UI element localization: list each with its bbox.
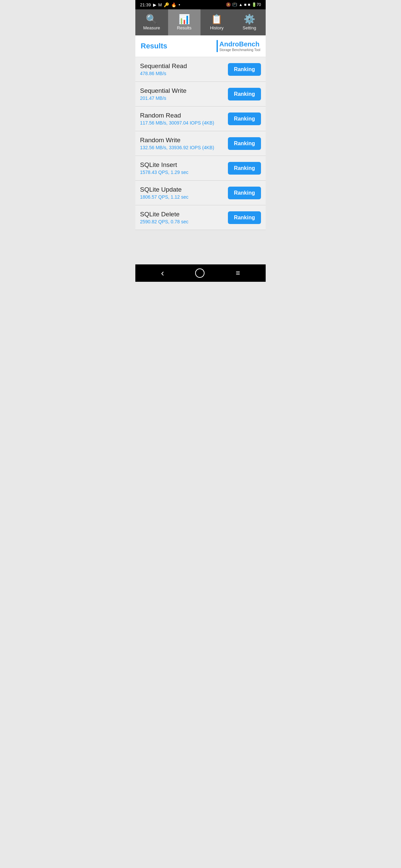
result-name-sequential-write: Sequential Write	[140, 87, 228, 94]
wifi-icon: ▲	[238, 2, 242, 7]
menu-icon: ≡	[236, 269, 240, 277]
tab-results-label: Results	[177, 25, 192, 30]
result-item-sqlite-insert: SQLite Insert 1578.43 QPS, 1.29 sec Rank…	[135, 156, 266, 181]
results-header: Results AndroBench Storage Benchmarking …	[135, 35, 266, 57]
ranking-btn-random-read[interactable]: Ranking	[228, 113, 261, 125]
androbench-logo: AndroBench Storage Benchmarking Tool	[217, 40, 260, 52]
tab-measure[interactable]: 🔍 Measure	[135, 9, 168, 35]
fire-icon: 🔥	[171, 2, 176, 7]
vibrate-icon: 📳	[232, 2, 237, 7]
status-left: 21:39 ▶ M 🔑 🔥 •	[140, 2, 180, 7]
menu-button[interactable]: ≡	[233, 266, 242, 280]
result-info-random-write: Random Write 132.56 MB/s, 33936.92 IOPS …	[140, 136, 228, 150]
results-icon: 📊	[178, 15, 190, 24]
result-item-random-read: Random Read 117.56 MB/s, 30097.04 IOPS (…	[135, 106, 266, 131]
result-value-random-write: 132.56 MB/s, 33936.92 IOPS (4KB)	[140, 145, 228, 150]
status-time: 21:39	[140, 2, 151, 7]
result-item-sequential-read: Sequential Read 478.86 MB/s Ranking	[135, 57, 266, 82]
tab-history[interactable]: 📋 History	[200, 9, 233, 35]
result-value-sqlite-update: 1806.57 QPS, 1.12 sec	[140, 194, 228, 199]
status-bar: 21:39 ▶ M 🔑 🔥 • 🔕 📳 ▲ ■ ■ 🔋70	[135, 0, 266, 9]
result-name-sqlite-update: SQLite Update	[140, 186, 228, 193]
ranking-btn-sqlite-update[interactable]: Ranking	[228, 187, 261, 199]
ranking-btn-random-write[interactable]: Ranking	[228, 137, 261, 150]
result-value-sequential-read: 478.86 MB/s	[140, 71, 228, 76]
result-info-sequential-write: Sequential Write 201.47 MB/s	[140, 87, 228, 101]
tab-history-label: History	[210, 25, 224, 30]
results-list: Sequential Read 478.86 MB/s Ranking Sequ…	[135, 57, 266, 247]
back-icon: ‹	[161, 268, 164, 278]
ranking-btn-sequential-read[interactable]: Ranking	[228, 63, 261, 76]
tab-results[interactable]: 📊 Results	[168, 9, 201, 35]
result-value-sqlite-delete: 2590.82 QPS, 0.78 sec	[140, 219, 228, 224]
key-icon: 🔑	[164, 2, 169, 7]
result-name-sqlite-insert: SQLite Insert	[140, 161, 228, 168]
tab-setting[interactable]: ⚙️ Setting	[233, 9, 266, 35]
ranking-btn-sqlite-delete[interactable]: Ranking	[228, 211, 261, 224]
setting-icon: ⚙️	[244, 15, 255, 24]
back-button[interactable]: ‹	[159, 265, 167, 281]
ranking-btn-sequential-write[interactable]: Ranking	[228, 88, 261, 100]
youtube-icon: ▶	[153, 2, 156, 7]
home-icon	[195, 269, 204, 278]
logo-text: AndroBench Storage Benchmarking Tool	[219, 40, 260, 52]
result-item-sequential-write: Sequential Write 201.47 MB/s Ranking	[135, 82, 266, 106]
battery-icon: 🔋70	[252, 2, 261, 7]
home-button[interactable]	[193, 266, 207, 280]
bottom-nav: ‹ ≡	[135, 265, 266, 282]
mute-icon: 🔕	[226, 2, 231, 7]
result-info-sqlite-insert: SQLite Insert 1578.43 QPS, 1.29 sec	[140, 161, 228, 175]
signal2-icon: ■	[248, 2, 250, 7]
tab-measure-label: Measure	[143, 25, 160, 30]
logo-bench: Bench	[239, 40, 259, 48]
dot-icon: •	[178, 2, 180, 7]
status-right: 🔕 📳 ▲ ■ ■ 🔋70	[226, 2, 261, 7]
result-info-sqlite-update: SQLite Update 1806.57 QPS, 1.12 sec	[140, 186, 228, 199]
history-icon: 📋	[211, 15, 223, 24]
measure-icon: 🔍	[146, 15, 157, 24]
ranking-btn-sqlite-insert[interactable]: Ranking	[228, 162, 261, 175]
result-item-random-write: Random Write 132.56 MB/s, 33936.92 IOPS …	[135, 131, 266, 156]
result-item-sqlite-delete: SQLite Delete 2590.82 QPS, 0.78 sec Rank…	[135, 205, 266, 230]
result-value-random-read: 117.56 MB/s, 30097.04 IOPS (4KB)	[140, 120, 228, 126]
logo-main: AndroBench	[219, 40, 260, 48]
tab-setting-label: Setting	[242, 25, 256, 30]
nav-tabs: 🔍 Measure 📊 Results 📋 History ⚙️ Setting	[135, 9, 266, 35]
result-value-sqlite-insert: 1578.43 QPS, 1.29 sec	[140, 169, 228, 175]
signal1-icon: ■	[244, 2, 246, 7]
logo-bar	[217, 40, 218, 52]
result-info-sequential-read: Sequential Read 478.86 MB/s	[140, 62, 228, 76]
result-value-sequential-write: 201.47 MB/s	[140, 95, 228, 101]
result-info-random-read: Random Read 117.56 MB/s, 30097.04 IOPS (…	[140, 112, 228, 126]
result-name-random-write: Random Write	[140, 136, 228, 144]
result-info-sqlite-delete: SQLite Delete 2590.82 QPS, 0.78 sec	[140, 211, 228, 224]
logo-andro: Andro	[219, 40, 239, 48]
result-name-sqlite-delete: SQLite Delete	[140, 211, 228, 218]
result-name-sequential-read: Sequential Read	[140, 62, 228, 70]
gmail-icon: M	[159, 2, 162, 7]
page-title: Results	[141, 42, 167, 51]
result-name-random-read: Random Read	[140, 112, 228, 119]
result-item-sqlite-update: SQLite Update 1806.57 QPS, 1.12 sec Rank…	[135, 181, 266, 205]
spacer	[135, 247, 266, 265]
logo-sub: Storage Benchmarking Tool	[219, 48, 260, 52]
